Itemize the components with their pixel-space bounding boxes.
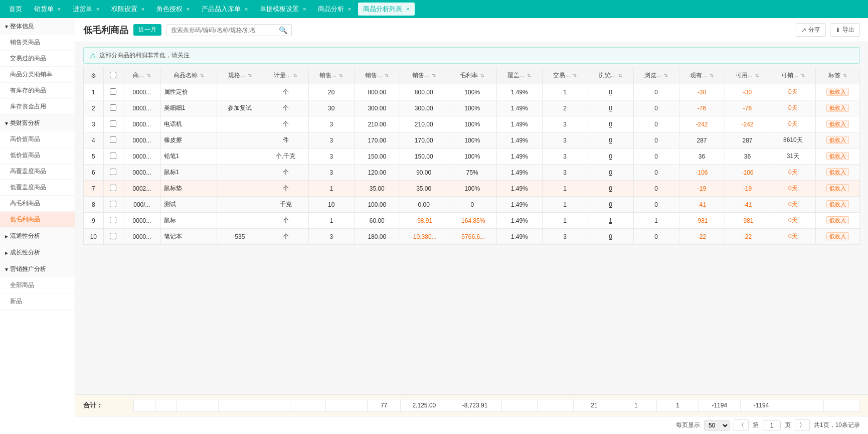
sidebar-item-capital[interactable]: 库存资金占用 xyxy=(0,99,75,115)
share-button[interactable]: ↗ 分享 xyxy=(796,23,826,37)
content-header: 低毛利商品 近一月 🔍 ↗ 分享 ⬇ 导出 xyxy=(75,18,868,42)
prev-page-button[interactable]: 〈 xyxy=(734,419,749,431)
select-all-checkbox[interactable] xyxy=(110,72,116,78)
row-unit: 个 xyxy=(263,116,308,132)
row-browse2: 0 xyxy=(633,165,679,181)
close-icon[interactable]: × xyxy=(141,6,144,12)
row-checkbox[interactable] xyxy=(103,100,123,116)
col-sale-amount[interactable]: 销售... ⇅ xyxy=(400,67,448,84)
nav-item-goods-list[interactable]: 商品分析列表 × xyxy=(358,3,414,16)
search-input[interactable] xyxy=(171,27,279,34)
col-available[interactable]: 可用... ⇅ xyxy=(725,67,770,84)
row-checkbox[interactable] xyxy=(103,213,123,229)
row-gross-rate: 100% xyxy=(448,181,496,197)
row-browse1[interactable]: 0 xyxy=(588,165,633,181)
sidebar-item-traded-goods[interactable]: 交易过的商品 xyxy=(0,51,75,67)
col-saleable[interactable]: 可销... ⇅ xyxy=(770,67,816,84)
col-sale-qty[interactable]: 销售... ⇅ xyxy=(308,67,354,84)
sidebar-group-circulation[interactable]: ▸ 流通性分析 xyxy=(0,228,75,244)
per-page-select[interactable]: 50 20 100 xyxy=(704,420,730,431)
col-browse1[interactable]: 浏览... ⇅ xyxy=(588,67,633,84)
next-page-button[interactable]: 〉 xyxy=(795,419,810,431)
col-gross-rate[interactable]: 毛利率 ⇅ xyxy=(448,67,496,84)
row-browse1[interactable]: 0 xyxy=(588,149,633,165)
close-icon[interactable]: × xyxy=(348,6,351,12)
row-checkbox[interactable] xyxy=(103,132,123,149)
col-browse2[interactable]: 浏览... ⇅ xyxy=(633,67,679,84)
nav-item-permissions[interactable]: 权限设置 × xyxy=(106,3,149,16)
row-browse1[interactable]: 0 xyxy=(588,116,633,132)
close-icon[interactable]: × xyxy=(187,6,190,12)
col-settings[interactable]: ⚙ xyxy=(84,67,104,84)
row-gross-rate: 100% xyxy=(448,84,496,100)
sidebar-item-low-coverage[interactable]: 低覆盖度商品 xyxy=(0,180,75,196)
row-checkbox[interactable] xyxy=(103,165,123,181)
close-icon[interactable]: × xyxy=(245,6,248,12)
sidebar-item-low-value[interactable]: 低价值商品 xyxy=(0,148,75,164)
close-icon[interactable]: × xyxy=(303,6,306,12)
row-gross-rate: -5766.6... xyxy=(448,229,496,245)
sidebar-item-low-margin[interactable]: 低毛利商品 xyxy=(0,212,75,228)
search-icon[interactable]: 🔍 xyxy=(279,26,287,34)
col-code[interactable]: 商... ⇅ xyxy=(123,67,160,84)
row-checkbox[interactable] xyxy=(103,149,123,165)
col-current[interactable]: 现有... ⇅ xyxy=(679,67,725,84)
row-sale-qty: 30 xyxy=(308,100,354,116)
col-transaction[interactable]: 交易... ⇅ xyxy=(542,67,588,84)
sidebar-group-overall[interactable]: ▾ 整体信息 xyxy=(0,18,75,35)
row-name: 鼠标垫 xyxy=(160,181,217,197)
col-cover-rate[interactable]: 覆盖... ⇅ xyxy=(496,67,542,84)
page-number-input[interactable] xyxy=(763,420,781,430)
sidebar-item-high-coverage[interactable]: 高覆盖度商品 xyxy=(0,164,75,180)
row-name: 电话机 xyxy=(160,116,217,132)
sidebar-group-wealth[interactable]: ▾ 类财富分析 xyxy=(0,115,75,131)
row-transaction: 3 xyxy=(542,116,588,132)
time-filter-button[interactable]: 近一月 xyxy=(133,24,161,36)
export-button[interactable]: ⬇ 导出 xyxy=(830,23,860,37)
row-tag: 低收入 xyxy=(816,149,860,165)
nav-item-role-auth[interactable]: 角色授权 × xyxy=(151,3,195,16)
col-unit[interactable]: 计量... ⇅ xyxy=(263,67,308,84)
close-icon[interactable]: × xyxy=(406,6,409,12)
sidebar-item-category-rate[interactable]: 商品分类助销率 xyxy=(0,67,75,83)
row-sale-amount: 150.00 xyxy=(400,149,448,165)
row-checkbox[interactable] xyxy=(103,181,123,197)
col-sale-price[interactable]: 销售... ⇅ xyxy=(354,67,400,84)
row-checkbox[interactable] xyxy=(103,229,123,245)
row-checkbox[interactable] xyxy=(103,197,123,213)
row-browse1[interactable]: 0 xyxy=(588,197,633,213)
sidebar-group-marketing[interactable]: ▾ 营销推广分析 xyxy=(0,261,75,277)
nav-item-template[interactable]: 单据模板设置 × xyxy=(255,3,311,16)
sidebar-item-high-margin[interactable]: 高毛利商品 xyxy=(0,196,75,212)
row-checkbox[interactable] xyxy=(103,84,123,100)
table-row: 6 0000... 鼠标1 个 3 120.00 90.00 75% 1.49%… xyxy=(84,165,860,181)
row-name: 测试 xyxy=(160,197,217,213)
col-tag[interactable]: 标签 ⇅ xyxy=(816,67,860,84)
sidebar-item-stocked-goods[interactable]: 有库存的商品 xyxy=(0,83,75,99)
row-browse1[interactable]: 0 xyxy=(588,229,633,245)
close-icon[interactable]: × xyxy=(96,6,99,12)
row-name: 吴细细1 xyxy=(160,100,217,116)
top-nav: 首页 销货单 × 进货单 × 权限设置 × 角色授权 × 产品品入库单 × 单据… xyxy=(0,0,868,18)
row-browse1[interactable]: 0 xyxy=(588,100,633,116)
col-checkbox[interactable] xyxy=(103,67,123,84)
sidebar-item-all-goods[interactable]: 全部商品 xyxy=(0,277,75,294)
row-checkbox[interactable] xyxy=(103,116,123,132)
col-name[interactable]: 商品名称 ⇅ xyxy=(160,67,217,84)
nav-item-product-entry[interactable]: 产品品入库单 × xyxy=(197,3,253,16)
row-browse1[interactable]: 0 xyxy=(588,84,633,100)
row-browse1[interactable]: 0 xyxy=(588,181,633,197)
col-spec[interactable]: 规格... ⇅ xyxy=(217,67,263,84)
row-browse1[interactable]: 1 xyxy=(588,213,633,229)
nav-item-home[interactable]: 首页 xyxy=(4,3,27,16)
row-unit: 千克 xyxy=(263,197,308,213)
nav-item-sales[interactable]: 销货单 × xyxy=(29,3,66,16)
sidebar-item-high-value[interactable]: 高价值商品 xyxy=(0,131,75,148)
sidebar-item-new-goods[interactable]: 新品 xyxy=(0,294,75,310)
sidebar-group-growth[interactable]: ▸ 成长性分析 xyxy=(0,244,75,261)
nav-item-purchase[interactable]: 进货单 × xyxy=(68,3,104,16)
sidebar-item-sales-goods[interactable]: 销售类商品 xyxy=(0,35,75,51)
nav-item-goods-analysis[interactable]: 商品分析 × xyxy=(313,3,356,16)
row-browse1[interactable]: 0 xyxy=(588,132,633,149)
close-icon[interactable]: × xyxy=(58,6,61,12)
